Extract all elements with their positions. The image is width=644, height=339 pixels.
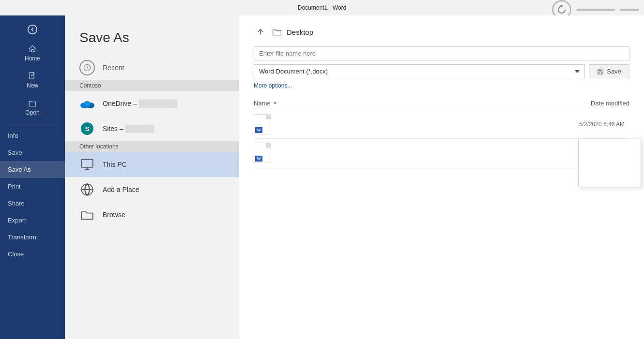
new-label: New	[27, 82, 38, 89]
sidebar-item-share[interactable]: Share	[0, 195, 65, 212]
sidebar-item-close[interactable]: Close	[0, 246, 65, 263]
breadcrumb-folder-icon	[272, 28, 282, 36]
sidebar-item-save[interactable]: Save	[0, 144, 65, 161]
save-as-label: Save As	[8, 166, 31, 173]
files-header: Name Date modified	[254, 97, 629, 110]
filename-input[interactable]	[254, 46, 629, 60]
more-options-link[interactable]: More options...	[254, 82, 629, 89]
browse-name: Browse	[103, 211, 125, 219]
document-title: Document1 - Word	[298, 4, 346, 11]
clock-icon	[83, 64, 91, 72]
table-row[interactable]: W 5/2/2020 6:41 AM	[254, 139, 629, 167]
globe-svg	[80, 183, 94, 196]
name-column-label: Name	[254, 100, 271, 107]
main-content: Home New Open Info Save Save As	[0, 15, 644, 339]
sharepoint-logo: S	[80, 121, 94, 136]
share-label: Share	[8, 200, 25, 207]
word-badge-1: W	[255, 127, 262, 133]
sites-name: Sites – ██████	[103, 125, 154, 133]
sidebar-item-transform[interactable]: Transform	[0, 229, 65, 246]
sort-icon	[273, 101, 277, 106]
this-pc-name: This PC	[103, 161, 127, 168]
files-header-name: Name	[254, 100, 277, 107]
save-icon	[597, 68, 604, 75]
filetype-select[interactable]: Word Document (*.docx) Word Macro-Enable…	[254, 64, 585, 78]
add-place-name: Add a Place	[103, 186, 139, 193]
open-icon	[28, 99, 37, 107]
decorative-line	[576, 9, 615, 11]
back-button[interactable]	[0, 19, 65, 40]
home-icon	[28, 44, 37, 53]
svg-rect-9	[81, 160, 92, 167]
location-recent[interactable]: Recent	[65, 55, 239, 80]
file-preview-overlay	[578, 139, 641, 187]
divider-1	[6, 124, 59, 124]
middle-panel: Save As Recent Contoso	[65, 15, 239, 339]
recent-icon	[79, 60, 95, 75]
sidebar-item-home[interactable]: Home	[0, 40, 65, 67]
location-onedrive[interactable]: OneDrive – ████████	[65, 91, 239, 116]
table-row[interactable]: W 5/2/2020 6:46 AM	[254, 110, 629, 139]
date-column-label: Date modified	[591, 100, 629, 107]
onedrive-name: OneDrive – ████████	[103, 100, 177, 107]
new-icon	[28, 72, 37, 80]
word-file-icon-1: W	[254, 114, 271, 134]
word-badge-2: W	[255, 156, 262, 162]
svg-point-6	[84, 101, 91, 106]
sidebar-item-export[interactable]: Export	[0, 212, 65, 229]
file-row-left-1: W	[254, 114, 276, 134]
sidebar-item-open[interactable]: Open	[0, 94, 65, 121]
location-browse[interactable]: Browse	[65, 202, 239, 227]
files-table: Name Date modified W 5/2/2020 6:46 AM	[254, 97, 629, 329]
location-this-pc[interactable]: This PC	[65, 152, 239, 177]
filetype-row: Word Document (*.docx) Word Macro-Enable…	[254, 64, 629, 78]
navigate-up-button[interactable]	[254, 25, 267, 39]
onedrive-text: OneDrive – ████████	[103, 100, 177, 107]
decorative-line-2	[620, 9, 639, 11]
file-row-left-2: W	[254, 143, 276, 163]
svg-point-1	[28, 25, 37, 34]
print-label: Print	[8, 183, 21, 190]
sidebar-item-save-as[interactable]: Save As	[0, 161, 65, 178]
save-button-label: Save	[607, 68, 621, 75]
recent-label: Recent	[103, 64, 124, 72]
folder-breadcrumb-icon	[272, 28, 282, 36]
title-bar: Document1 - Word	[0, 0, 644, 15]
page-title: Save As	[65, 30, 239, 55]
location-section: Recent Contoso OneDrive – ████████	[65, 55, 239, 227]
transform-label: Transform	[8, 234, 36, 241]
info-label: Info	[8, 132, 18, 139]
close-label: Close	[8, 251, 24, 258]
sidebar-item-print[interactable]: Print	[0, 178, 65, 195]
browse-icon	[79, 207, 95, 222]
breadcrumb-text: Desktop	[287, 28, 313, 36]
undo-icon	[557, 5, 567, 15]
up-arrow-icon	[256, 28, 265, 36]
right-panel: Desktop Word Document (*.docx) Word Macr…	[239, 15, 644, 339]
svg-text:S: S	[85, 125, 90, 133]
pc-icon	[79, 157, 95, 172]
section-label-other: Other locations	[65, 141, 239, 152]
sidebar-item-info[interactable]: Info	[0, 127, 65, 144]
back-arrow-icon	[27, 24, 38, 35]
location-add-place[interactable]: Add a Place	[65, 177, 239, 202]
export-label: Export	[8, 217, 26, 224]
save-label: Save	[8, 149, 22, 156]
globe-icon	[79, 182, 95, 197]
sidebar: Home New Open Info Save Save As	[0, 15, 65, 339]
sharepoint-icon: S	[79, 121, 95, 136]
location-sites[interactable]: S Sites – ██████	[65, 116, 239, 141]
folder-icon	[80, 209, 94, 221]
onedrive-icon	[79, 96, 95, 111]
sites-text: Sites – ██████	[103, 125, 154, 133]
open-label: Open	[25, 109, 39, 116]
save-button[interactable]: Save	[589, 64, 629, 78]
word-file-icon-2: W	[254, 143, 271, 163]
file-date-1: 5/2/2020 6:46 AM	[579, 121, 625, 128]
sidebar-item-new[interactable]: New	[0, 67, 65, 94]
onedrive-logo	[80, 99, 94, 108]
monitor-icon	[80, 158, 94, 171]
section-label-contoso: Contoso	[65, 80, 239, 91]
breadcrumb-row: Desktop	[254, 25, 629, 39]
home-label: Home	[25, 55, 40, 62]
